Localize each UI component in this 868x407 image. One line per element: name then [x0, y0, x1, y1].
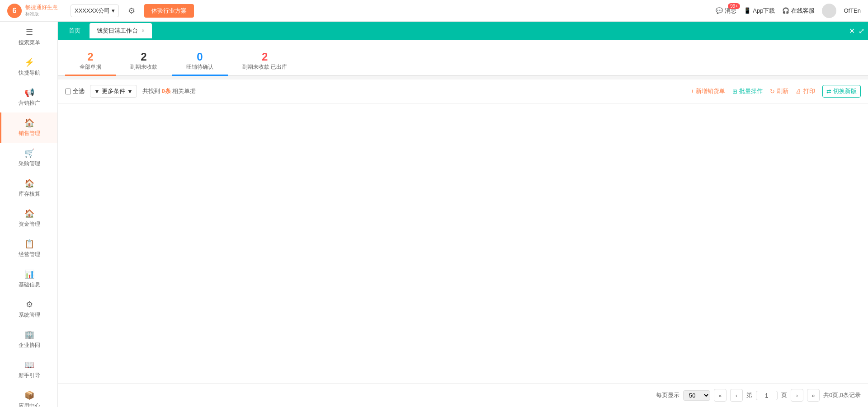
stat-num-all: 2 [87, 51, 93, 63]
sidebar-label-system: 系统管理 [19, 311, 40, 319]
filter-button[interactable]: ▼ 更多条件 ▼ [90, 85, 137, 98]
batch-icon: ⊞ [732, 88, 737, 95]
sidebar-item-marketing[interactable]: 📢 营销推广 [0, 82, 57, 112]
per-page-select[interactable]: 20 50 100 [683, 390, 710, 401]
app-download-label: App下载 [753, 7, 775, 15]
company-dropdown-icon: ▾ [112, 7, 115, 14]
online-service-label: 在线客服 [791, 7, 815, 15]
tab-shrink-button[interactable]: ✕ [849, 27, 855, 35]
finance-icon: 🏠 [24, 209, 34, 219]
sidebar-item-operation[interactable]: 📋 经营管理 [0, 234, 57, 264]
sidebar-item-inventory[interactable]: 🏠 库存核算 [0, 173, 57, 203]
base-info-icon: 📊 [24, 269, 34, 279]
sidebar-item-system[interactable]: ⚙ 系统管理 [0, 294, 57, 324]
sidebar: ☰ 搜索菜单 ⚡ 快捷导航 📢 营销推广 🏠 销售管理 🛒 采购管理 🏠 库存核… [0, 22, 58, 407]
print-button[interactable]: 🖨 打印 [796, 87, 815, 95]
settings-button[interactable]: ⚙ [124, 4, 139, 18]
sidebar-item-purchase[interactable]: 🛒 采购管理 [0, 143, 57, 173]
user-name[interactable]: OfTEn [844, 7, 861, 14]
select-all-label: 全选 [73, 87, 85, 95]
stat-tab-all[interactable]: 2 全部单据 [65, 47, 116, 76]
page-area: 2 全部单据 2 到期未收款 0 旺铺待确认 2 到期未收款 已出库 [58, 40, 868, 407]
stat-num-pending: 0 [197, 51, 203, 63]
trial-button[interactable]: 体验行业方案 [144, 4, 194, 18]
main-layout: ☰ 搜索菜单 ⚡ 快捷导航 📢 营销推广 🏠 销售管理 🛒 采购管理 🏠 库存核… [0, 22, 868, 407]
page-label: 第 [746, 391, 752, 399]
last-page-button[interactable]: » [807, 389, 820, 402]
tab-bar-actions: ✕ ⤢ [849, 27, 864, 35]
stat-num-overdue: 2 [141, 51, 146, 63]
found-text: 共找到 0条 相关单据 [142, 87, 196, 95]
marketing-icon: 📢 [24, 88, 34, 98]
top-bar: 6 畅捷通好生意 标准版 XXXXXX公司 ▾ ⚙ 体验行业方案 💬 消息 99… [0, 0, 868, 22]
sidebar-label-marketing: 营销推广 [19, 99, 40, 107]
prev-page-button[interactable]: ‹ [730, 389, 743, 402]
online-service-button[interactable]: 🎧 在线客服 [782, 7, 815, 15]
sidebar-label-enterprise: 企业协同 [19, 342, 40, 349]
sidebar-item-sales[interactable]: 🏠 销售管理 [0, 112, 57, 143]
sidebar-item-enterprise[interactable]: 🏢 企业协同 [0, 324, 57, 355]
found-suffix: 相关单据 [172, 88, 196, 94]
stat-tab-shipped[interactable]: 2 到期未收款 已出库 [228, 47, 302, 76]
select-all-checkbox[interactable] [65, 89, 71, 94]
app-download-button[interactable]: 📱 App下载 [744, 7, 775, 15]
stat-tab-overdue[interactable]: 2 到期未收款 [116, 47, 172, 76]
sidebar-label-app-center: 应用中心 [19, 402, 40, 407]
add-sales-order-button[interactable]: + 新增销货单 [691, 87, 725, 95]
stat-label-shipped: 到期未收款 已出库 [242, 63, 287, 71]
sidebar-item-search-menu[interactable]: ☰ 搜索菜单 [0, 22, 57, 52]
tab-close-icon[interactable]: × [142, 28, 145, 34]
user-avatar[interactable] [822, 4, 836, 18]
stat-tab-pending[interactable]: 0 旺铺待确认 [172, 47, 228, 76]
print-label: 打印 [803, 87, 815, 95]
filter-arrow-icon: ▼ [127, 88, 133, 95]
toolbar: 全选 ▼ 更多条件 ▼ 共找到 0条 相关单据 + 新增销货单 ⊞ 批量操作 [58, 80, 868, 103]
search-menu-icon: ☰ [26, 27, 33, 37]
switch-version-button[interactable]: ⇄ 切换新版 [822, 85, 861, 98]
enterprise-icon: 🏢 [24, 330, 34, 340]
purchase-icon: 🛒 [24, 148, 34, 158]
logo-area: 6 畅捷通好生意 标准版 [7, 4, 65, 18]
tab-bar: 首页 钱货日清工作台 × ✕ ⤢ [58, 22, 868, 40]
stats-tabs: 2 全部单据 2 到期未收款 0 旺铺待确认 2 到期未收款 已出库 [58, 40, 868, 76]
tab-expand-button[interactable]: ⤢ [859, 27, 864, 35]
per-page-label: 每页显示 [656, 391, 679, 399]
notification-button[interactable]: 💬 消息 99+ [716, 7, 736, 15]
sidebar-item-app-center[interactable]: 📦 应用中心 [0, 385, 57, 407]
sidebar-item-guide[interactable]: 📖 新手引导 [0, 355, 57, 385]
sidebar-label-purchase: 采购管理 [19, 160, 40, 168]
sidebar-label-inventory: 库存核算 [19, 190, 40, 198]
sidebar-label-base-info: 基础信息 [19, 281, 40, 289]
stat-label-pending: 旺铺待确认 [186, 63, 213, 71]
logo-text-area: 畅捷通好生意 标准版 [25, 4, 58, 18]
tab-home[interactable]: 首页 [61, 23, 88, 38]
sidebar-item-quick-nav[interactable]: ⚡ 快捷导航 [0, 52, 57, 82]
batch-operation-button[interactable]: ⊞ 批量操作 [732, 87, 763, 95]
logo-text: 畅捷通好生意 [25, 4, 58, 11]
stat-label-overdue: 到期未收款 [130, 63, 157, 71]
switch-label: 切换新版 [833, 87, 857, 95]
sidebar-label-search-menu: 搜索菜单 [19, 39, 40, 47]
next-page-button[interactable]: › [791, 389, 803, 402]
settings-icon: ⚙ [128, 6, 135, 16]
first-page-button[interactable]: « [714, 389, 726, 402]
print-icon: 🖨 [796, 88, 802, 95]
refresh-button[interactable]: ↻ 刷新 [770, 87, 788, 95]
pagination: 每页显示 20 50 100 « ‹ 第 页 › » 共0页,0条记录 [58, 383, 868, 407]
company-selector[interactable]: XXXXXX公司 ▾ [71, 5, 119, 17]
sales-icon: 🏠 [24, 118, 34, 128]
tab-workbench[interactable]: 钱货日清工作台 × [90, 23, 152, 38]
system-icon: ⚙ [26, 299, 33, 309]
tab-workbench-label: 钱货日清工作台 [97, 27, 138, 35]
sidebar-item-base-info[interactable]: 📊 基础信息 [0, 264, 57, 294]
toolbar-right: + 新增销货单 ⊞ 批量操作 ↻ 刷新 🖨 打印 ⇄ [691, 85, 861, 98]
sidebar-item-finance[interactable]: 🏠 资金管理 [0, 203, 57, 234]
refresh-icon: ↻ [770, 88, 775, 95]
notification-badge: 99+ [728, 3, 740, 9]
sidebar-label-operation: 经营管理 [19, 251, 40, 258]
current-page-input[interactable] [756, 391, 778, 400]
sidebar-label-quick-nav: 快捷导航 [19, 69, 40, 77]
company-name: XXXXXX公司 [75, 7, 110, 15]
found-num: 0条 [161, 88, 170, 94]
sidebar-label-sales: 销售管理 [19, 130, 40, 137]
